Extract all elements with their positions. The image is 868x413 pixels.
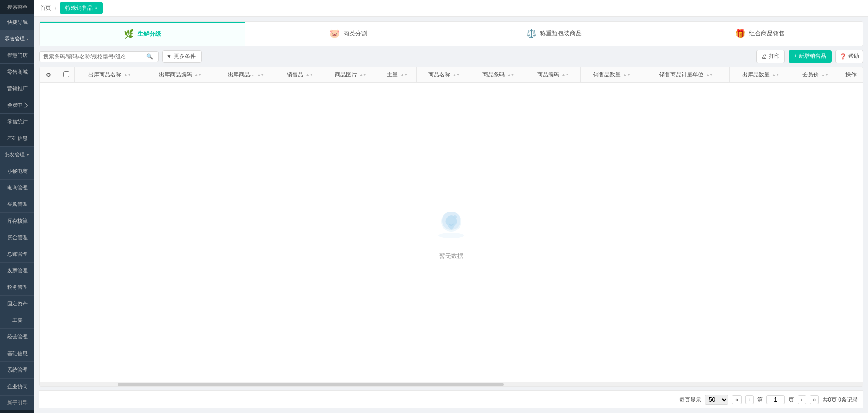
sidebar-gear-button[interactable]: ⚙: [0, 410, 34, 413]
search-input[interactable]: [43, 53, 144, 60]
sort-arrows-8: ▲▼: [507, 73, 515, 77]
sort-arrows-12: ▲▼: [772, 73, 779, 77]
help-button[interactable]: ❓ 帮助: [835, 50, 863, 63]
sort-arrows-11: ▲▼: [706, 73, 713, 77]
weight-icon: ⚖️: [526, 29, 536, 39]
sort-arrows-10: ▲▼: [623, 73, 630, 77]
prev-page-button[interactable]: ‹: [745, 395, 754, 404]
th-sale-qty[interactable]: 销售品数量 ▲▼: [580, 67, 643, 83]
tab-combo-sales[interactable]: 🎁 组合商品销售: [657, 22, 863, 46]
sidebar-item-ledger[interactable]: 总账管理: [0, 246, 34, 263]
sidebar-item-payroll[interactable]: 工资: [0, 312, 34, 329]
th-member-price[interactable]: 会员价 ▲▼: [792, 67, 839, 83]
th-goods-name[interactable]: 商品名称 ▲▼: [417, 67, 471, 83]
print-icon: 🖨: [761, 53, 767, 60]
search-icon[interactable]: 🔍: [146, 53, 153, 60]
sidebar-item-ecommerce-畅[interactable]: 小畅电商: [0, 163, 34, 180]
tab-meat-cutting[interactable]: 🐷 肉类分割: [245, 22, 451, 46]
tab-row: 🌿 生鲜分级 🐷 肉类分割 ⚖️ 称重预包装商品 🎁 组合商品销售: [39, 21, 863, 46]
page-input[interactable]: [766, 395, 785, 404]
page-unit: 页: [789, 396, 794, 404]
th-barcode[interactable]: 商品条码 ▲▼: [471, 67, 526, 83]
sidebar-item-purchase[interactable]: 采购管理: [0, 196, 34, 213]
th-out-code[interactable]: 出库商品编码 ▲▼: [145, 67, 216, 83]
sort-arrows-2: ▲▼: [194, 73, 202, 77]
th-out-qty[interactable]: 出库品数量 ▲▼: [730, 67, 792, 83]
sidebar-search[interactable]: 搜索菜单: [0, 0, 34, 14]
svg-point-0: [438, 233, 464, 238]
active-tab-label: 特殊销售品: [65, 4, 93, 12]
sidebar-item-tax[interactable]: 税务管理: [0, 279, 34, 296]
sidebar-item-wholesale[interactable]: 批发管理 ▼: [0, 147, 34, 163]
table-wrapper: ⚙ 出库商品名称 ▲▼ 出库商品编码 ▲▼ 出库: [39, 67, 863, 387]
tab-fresh-grading[interactable]: 🌿 生鲜分级: [40, 22, 245, 46]
sort-arrows-7: ▲▼: [453, 73, 460, 77]
sidebar-item-beginner[interactable]: 新手引导: [0, 395, 34, 410]
sort-arrows-9: ▲▼: [562, 73, 569, 77]
last-page-button[interactable]: »: [810, 395, 819, 404]
sidebar-item-retail-mall[interactable]: 零售商城: [0, 64, 34, 80]
scrollbar-thumb[interactable]: [118, 383, 504, 386]
sidebar-item-member[interactable]: 会员中心: [0, 97, 34, 114]
per-page-select[interactable]: 20 50 100: [705, 395, 728, 405]
active-tab[interactable]: 特殊销售品 ×: [60, 2, 103, 14]
sidebar-item-base-info-2[interactable]: 基础信息: [0, 345, 34, 362]
th-out-name[interactable]: 出库商品名称 ▲▼: [74, 67, 145, 83]
empty-text: 暂无数据: [439, 252, 463, 260]
close-icon[interactable]: ×: [95, 6, 97, 11]
sidebar-item-ecommerce-mgmt[interactable]: 电商管理: [0, 180, 34, 196]
next-page-button[interactable]: ›: [798, 395, 806, 404]
meat-icon: 🐷: [329, 29, 340, 39]
tab-fresh-label: 生鲜分级: [137, 30, 161, 38]
sidebar-item-invoice[interactable]: 发票管理: [0, 263, 34, 279]
sort-arrows-3: ▲▼: [257, 73, 264, 77]
per-page-label: 每页显示: [679, 396, 701, 404]
sidebar-item-retail-stats[interactable]: 零售统计: [0, 114, 34, 130]
horizontal-scrollbar[interactable]: [40, 382, 863, 386]
add-sale-item-button[interactable]: + 新增销售品: [789, 50, 832, 63]
empty-icon: [433, 204, 470, 247]
sidebar-item-retail-mgmt[interactable]: 零售管理 ▲: [0, 31, 34, 47]
combo-icon: 🎁: [735, 29, 745, 39]
sort-arrows-5: ▲▼: [359, 73, 367, 77]
sort-arrows: ▲▼: [124, 73, 131, 77]
sidebar-item-base-info-1[interactable]: 基础信息: [0, 130, 34, 147]
th-settings[interactable]: ⚙: [40, 67, 58, 83]
first-page-button[interactable]: «: [732, 395, 742, 404]
search-box[interactable]: 🔍: [39, 51, 159, 62]
toolbar-left: 🔍 ▼ 更多条件: [39, 50, 202, 63]
sidebar-item-sys-mgmt[interactable]: 系统管理: [0, 362, 34, 379]
th-sale-unit[interactable]: 销售商品计量单位 ▲▼: [643, 67, 729, 83]
home-link[interactable]: 首页: [40, 4, 51, 12]
sidebar-item-smart-store[interactable]: 智慧门店: [0, 47, 34, 64]
th-sale-item[interactable]: 销售品 ▲▼: [277, 67, 323, 83]
sidebar-item-biz-mgmt[interactable]: 经营管理: [0, 329, 34, 345]
th-out-spec[interactable]: 出库商品... ▲▼: [216, 67, 277, 83]
sort-arrows-13: ▲▼: [821, 73, 828, 77]
svg-point-3: [453, 215, 457, 219]
data-table: ⚙ 出库商品名称 ▲▼ 出库商品编码 ▲▼ 出库: [40, 67, 863, 83]
fresh-icon: 🌿: [124, 29, 134, 39]
th-weight[interactable]: 主量 ▲▼: [378, 67, 417, 83]
tab-weight-label: 称重预包装商品: [540, 29, 582, 38]
th-goods-code[interactable]: 商品编码 ▲▼: [526, 67, 580, 83]
th-checkbox[interactable]: [58, 67, 74, 83]
tab-combo-label: 组合商品销售: [749, 29, 785, 38]
sidebar-item-finance[interactable]: 资金管理: [0, 229, 34, 246]
empty-state: 暂无数据: [40, 83, 863, 382]
sidebar: 搜索菜单 快捷导航 零售管理 ▲ 智慧门店 零售商城 营销推广 会员中心 零售统…: [0, 0, 34, 413]
sidebar-item-quick-nav[interactable]: 快捷导航: [0, 14, 34, 31]
topbar: 首页 / 特殊销售品 ×: [34, 0, 868, 17]
sidebar-item-fixed-assets[interactable]: 固定资产: [0, 296, 34, 312]
sidebar-item-enterprise[interactable]: 企业协同: [0, 379, 34, 395]
sidebar-item-inventory[interactable]: 库存核算: [0, 213, 34, 229]
select-all-checkbox[interactable]: [63, 71, 69, 77]
page-label: 第: [757, 396, 763, 404]
filter-button[interactable]: ▼ 更多条件: [162, 50, 202, 63]
breadcrumb-separator: /: [55, 5, 56, 11]
print-button[interactable]: 🖨 打印: [756, 50, 785, 63]
tab-weight-prepack[interactable]: ⚖️ 称重预包装商品: [451, 22, 657, 46]
th-operation: 操作: [839, 67, 863, 83]
sidebar-item-marketing[interactable]: 营销推广: [0, 80, 34, 97]
th-image[interactable]: 商品图片 ▲▼: [323, 67, 378, 83]
